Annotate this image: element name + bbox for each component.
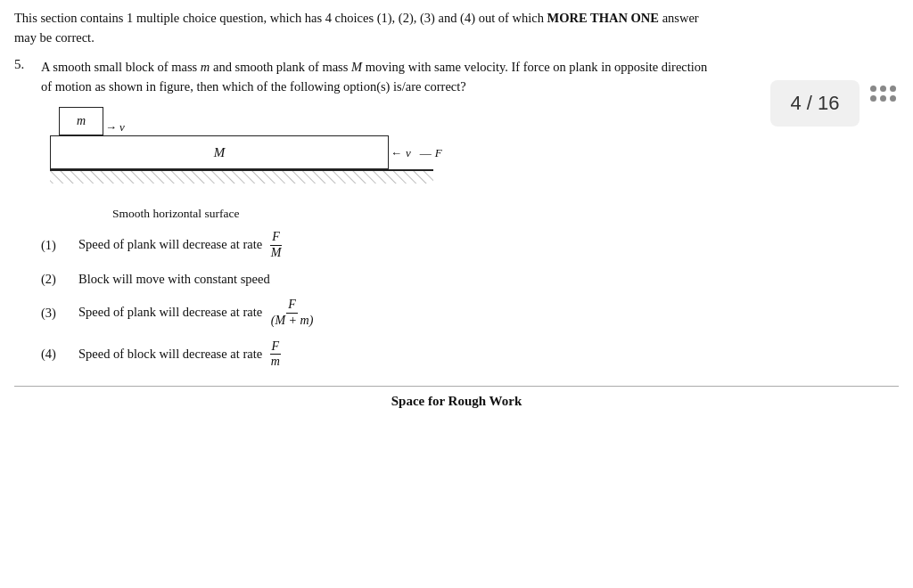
force-label: — — [420, 146, 432, 160]
dots-menu-icon[interactable] — [870, 86, 897, 102]
option-4[interactable]: (4) Speed of block will decrease at rate… — [41, 339, 719, 371]
option-1[interactable]: (1) Speed of plank will decrease at rate… — [41, 230, 719, 261]
dot-3 — [890, 86, 896, 92]
options-list: (1) Speed of plank will decrease at rate… — [41, 230, 719, 370]
figure-area: m → v M ← v — F — [41, 105, 719, 221]
fraction-denominator: M — [269, 246, 284, 261]
velocity-label-m: v — [119, 120, 125, 135]
question-text: A smooth small block of mass m and smoot… — [41, 57, 719, 97]
fraction-numerator: F — [270, 230, 282, 246]
question-block: 5. A smooth small block of mass m and sm… — [14, 57, 899, 371]
option-3-text: Speed of plank will decrease at rate F (… — [78, 298, 315, 329]
fraction-numerator-3: F — [286, 298, 298, 314]
fraction-F-over-m: F m — [269, 339, 282, 371]
dot-6 — [890, 95, 896, 102]
velocity-arrow-m: → v — [105, 120, 125, 135]
score-badge: 4 / 16 — [770, 80, 860, 127]
option-3[interactable]: (3) Speed of plank will decrease at rate… — [41, 298, 719, 329]
question-number: 5. — [14, 57, 32, 72]
ground-hatch — [50, 171, 433, 184]
score-display: 4 / 16 — [790, 92, 839, 115]
force-area: ← v — F — [391, 146, 442, 160]
hatch-svg — [50, 171, 433, 184]
plank-M: M — [50, 135, 389, 169]
fraction-F-over-M: F M — [269, 230, 284, 261]
option-2-num: (2) — [41, 272, 66, 287]
option-3-num: (3) — [41, 306, 66, 321]
figure-container: m → v M ← v — F — [50, 105, 514, 203]
dot-4 — [870, 95, 876, 102]
fraction-denominator-3: (M + m) — [269, 314, 316, 329]
dot-1 — [870, 86, 876, 92]
question-content: A smooth small block of mass m and smoot… — [41, 57, 719, 371]
option-2[interactable]: (2) Block will move with constant speed — [41, 272, 719, 287]
emphasis-text: MORE THAN ONE — [547, 11, 659, 25]
option-1-num: (1) — [41, 238, 66, 253]
fraction-denominator-4: m — [269, 355, 282, 370]
svg-rect-1 — [50, 171, 433, 184]
fraction-F-over-Mm: F (M + m) — [269, 298, 316, 329]
intro-text: This section contains 1 multiple choice … — [14, 11, 699, 45]
velocity-v-label: v — [406, 146, 411, 160]
dot-2 — [880, 86, 886, 92]
option-4-text: Speed of block will decrease at rate F m — [78, 339, 282, 371]
footer-label: Space for Rough Work — [391, 394, 522, 408]
block-m-label: m — [77, 114, 86, 128]
arrow-left-icon: ← — [391, 146, 402, 160]
plank-M-label: M — [214, 145, 226, 160]
option-2-text: Block will move with constant speed — [78, 272, 270, 287]
force-F-label: F — [435, 146, 442, 160]
option-1-text: Speed of plank will decrease at rate F M — [78, 230, 283, 261]
figure-caption: Smooth horizontal surface — [112, 207, 239, 221]
intro-section: This section contains 1 multiple choice … — [14, 9, 710, 48]
page: This section contains 1 multiple choice … — [0, 0, 913, 588]
arrow-right-icon: → — [105, 120, 117, 135]
footer-rough-work: Space for Rough Work — [14, 386, 899, 409]
block-m: m — [59, 107, 103, 135]
dot-5 — [880, 95, 886, 102]
option-4-num: (4) — [41, 347, 66, 362]
fraction-numerator-4: F — [270, 339, 282, 355]
